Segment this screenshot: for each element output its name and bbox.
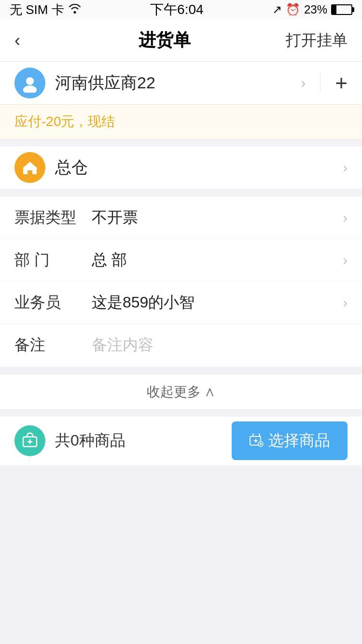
page-title: 进货单 xyxy=(139,28,191,52)
invoice-type-chevron-icon: › xyxy=(343,210,348,226)
invoice-type-row[interactable]: 票据类型 不开票 › xyxy=(0,196,362,239)
department-chevron-icon: › xyxy=(343,252,348,268)
alert-row: 应付-20元，现结 xyxy=(0,104,362,139)
product-bar: 共0种商品 选择商品 xyxy=(0,417,362,465)
warehouse-section: 总仓 › xyxy=(0,146,362,189)
add-supplier-button[interactable]: + xyxy=(335,71,348,95)
status-bar-right: ↗ ⏰ 23% xyxy=(272,3,352,16)
svg-point-1 xyxy=(23,85,37,93)
open-pending-button[interactable]: 打开挂单 xyxy=(286,30,348,51)
warehouse-icon xyxy=(14,152,45,183)
remarks-row[interactable]: 备注 备注内容 xyxy=(0,324,362,366)
carrier-label: 无 SIM 卡 xyxy=(10,1,64,18)
select-product-button[interactable]: 选择商品 xyxy=(232,421,348,460)
salesperson-chevron-icon: › xyxy=(343,294,348,311)
svg-marker-3 xyxy=(22,162,38,168)
select-product-label: 选择商品 xyxy=(268,430,330,451)
supplier-avatar xyxy=(14,68,45,98)
salesperson-label: 业务员 xyxy=(14,292,92,313)
form-section: 票据类型 不开票 › 部 门 总 部 › 业务员 这是859的小智 › 备注 备… xyxy=(0,196,362,366)
status-bar: 无 SIM 卡 下午6:04 ↗ ⏰ 23% xyxy=(0,0,362,19)
location-icon: ↗ xyxy=(272,3,282,16)
invoice-type-value: 不开票 xyxy=(92,207,343,228)
warehouse-row[interactable]: 总仓 › xyxy=(0,146,362,189)
product-count-label: 共0种商品 xyxy=(55,430,232,451)
battery-percent: 23% xyxy=(304,3,327,16)
supplier-name: 河南供应商22 xyxy=(55,72,301,94)
battery-icon xyxy=(331,4,352,15)
nav-bar: ‹ 进货单 打开挂单 xyxy=(0,19,362,62)
remarks-label: 备注 xyxy=(14,335,92,356)
status-bar-left: 无 SIM 卡 xyxy=(10,1,82,18)
bottom-background xyxy=(0,465,362,610)
collapse-button[interactable]: 收起更多 ∧ xyxy=(147,383,216,401)
department-row[interactable]: 部 门 总 部 › xyxy=(0,239,362,281)
invoice-type-label: 票据类型 xyxy=(14,207,92,228)
svg-point-0 xyxy=(26,77,34,85)
wifi-icon xyxy=(68,2,82,17)
alert-text: 应付-20元，现结 xyxy=(14,114,115,129)
department-value: 总 部 xyxy=(92,250,343,271)
warehouse-chevron-icon: › xyxy=(343,159,348,176)
supplier-section: 河南供应商22 › + 应付-20元，现结 xyxy=(0,62,362,139)
salesperson-row[interactable]: 业务员 这是859的小智 › xyxy=(0,281,362,324)
salesperson-value: 这是859的小智 xyxy=(92,292,343,313)
department-label: 部 门 xyxy=(14,250,92,271)
supplier-divider xyxy=(320,73,320,93)
svg-rect-4 xyxy=(28,170,32,174)
alarm-icon: ⏰ xyxy=(286,3,300,16)
supplier-row[interactable]: 河南供应商22 › + xyxy=(0,62,362,104)
main-content: 河南供应商22 › + 应付-20元，现结 总仓 › 票据类型 xyxy=(0,62,362,610)
supplier-chevron-icon: › xyxy=(301,75,306,91)
product-icon xyxy=(14,425,45,456)
remarks-placeholder[interactable]: 备注内容 xyxy=(92,335,348,356)
collapse-section: 收起更多 ∧ xyxy=(0,374,362,409)
warehouse-name: 总仓 xyxy=(55,156,343,179)
back-button[interactable]: ‹ xyxy=(14,30,43,51)
status-bar-time: 下午6:04 xyxy=(150,0,204,19)
